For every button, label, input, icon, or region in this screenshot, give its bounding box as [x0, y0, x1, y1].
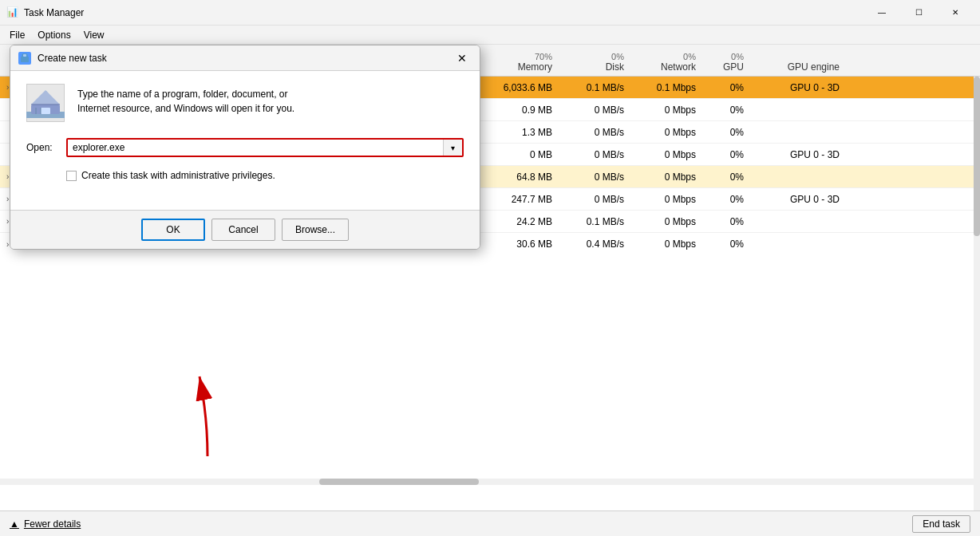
annotation-arrow [176, 368, 239, 464]
dialog-icon-area: Type the name of a program, folder, docu… [26, 84, 464, 122]
dialog-title-bar: Create new task ✕ [10, 45, 480, 71]
cancel-button[interactable]: Cancel [211, 219, 275, 241]
admin-privileges-checkbox[interactable] [66, 171, 77, 181]
open-input[interactable] [68, 140, 443, 156]
dialog-title-text: Create new task [38, 53, 452, 64]
svg-marker-3 [31, 90, 60, 104]
dialog-description: Type the name of a program, folder, docu… [77, 84, 294, 122]
open-dropdown-button[interactable]: ▾ [443, 140, 462, 156]
dialog-title-icon [18, 52, 31, 65]
svg-rect-0 [21, 57, 29, 62]
svg-rect-1 [23, 54, 26, 57]
open-label: Open: [26, 142, 58, 153]
admin-privileges-label: Create this task with administrative pri… [81, 170, 275, 181]
create-task-dialog: Create new task ✕ Type the name of a pro… [10, 45, 480, 250]
dialog-app-icon [26, 84, 65, 122]
svg-rect-4 [41, 108, 50, 114]
dialog-close-button[interactable]: ✕ [452, 49, 472, 68]
dialog-footer: OK Cancel Browse... [10, 210, 480, 249]
browse-button[interactable]: Browse... [282, 219, 349, 241]
dialog-overlay: Create new task ✕ Type the name of a pro… [0, 0, 980, 536]
checkbox-row: Create this task with administrative pri… [66, 170, 464, 181]
open-row: Open: ▾ [26, 138, 464, 157]
open-input-wrapper: ▾ [66, 138, 464, 157]
ok-button[interactable]: OK [141, 219, 205, 241]
dialog-body: Type the name of a program, folder, docu… [10, 71, 480, 210]
